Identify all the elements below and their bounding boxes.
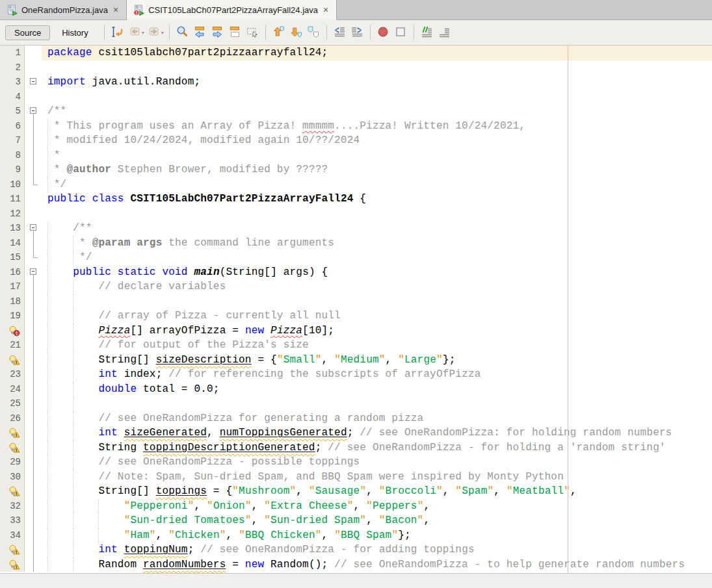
line-number-gutter[interactable] — [0, 543, 25, 557]
line-number-gutter[interactable]: 12 — [0, 207, 25, 222]
code-text[interactable]: "Sun-dried Tomatoes", "Sun-dried Spam", … — [42, 513, 712, 528]
code-fold-gutter[interactable] — [25, 309, 42, 324]
code-text[interactable]: * modified 10/24/2024, modified again 10… — [42, 133, 712, 148]
code-text[interactable] — [42, 90, 712, 105]
warning-hint-icon[interactable] — [8, 354, 20, 368]
fold-collapse-icon[interactable] — [30, 268, 36, 275]
code-line[interactable]: 8 * — [0, 148, 712, 163]
line-number-gutter[interactable]: 23 — [0, 367, 25, 382]
back-dropdown-caret[interactable]: ▾ — [142, 30, 144, 36]
code-text[interactable]: int sizeGenerated, numToppingsGenerated;… — [42, 426, 712, 441]
code-text[interactable] — [42, 60, 712, 75]
code-text[interactable]: Random randomNumbers = new Random(); // … — [42, 557, 712, 572]
code-fold-gutter[interactable] — [25, 221, 42, 236]
line-number-gutter[interactable] — [0, 557, 25, 572]
previous-bookmark-button[interactable] — [270, 24, 287, 41]
line-number-gutter[interactable]: 9 — [0, 162, 25, 177]
next-bookmark-button[interactable] — [287, 24, 305, 41]
code-fold-gutter[interactable] — [25, 133, 42, 148]
code-line[interactable]: 10 */ — [0, 177, 712, 192]
code-text[interactable]: // see OneRandomPizza for generating a r… — [42, 411, 712, 426]
line-number-gutter[interactable]: 7 — [0, 133, 25, 148]
code-fold-gutter[interactable] — [25, 367, 42, 382]
code-fold-gutter[interactable] — [25, 396, 42, 411]
code-fold-gutter[interactable] — [25, 75, 42, 90]
line-number-gutter[interactable]: 32 — [0, 499, 25, 514]
code-line[interactable]: 11public class CSIT105LabCh07Part2PizzaA… — [0, 192, 712, 207]
code-line[interactable]: 12 — [0, 207, 712, 222]
code-line[interactable]: 21 // for output of the Pizza's size — [0, 338, 712, 353]
code-line[interactable]: 2 — [0, 60, 712, 75]
code-fold-gutter[interactable] — [25, 119, 42, 134]
code-text[interactable] — [42, 396, 712, 411]
code-line[interactable]: 26 // see OneRandomPizza for generating … — [0, 411, 712, 426]
line-number-gutter[interactable]: 33 — [0, 513, 25, 528]
code-text[interactable] — [42, 207, 712, 222]
code-text[interactable]: String[] toppings = {"Mushroom", "Sausag… — [42, 484, 712, 499]
line-number-gutter[interactable] — [0, 441, 25, 455]
line-number-gutter[interactable]: 3 — [0, 75, 25, 90]
code-fold-gutter[interactable] — [25, 104, 42, 119]
warning-hint-icon[interactable] — [8, 485, 20, 500]
code-fold-gutter[interactable] — [25, 470, 42, 485]
code-fold-gutter[interactable] — [25, 294, 42, 309]
find-next-button[interactable] — [209, 24, 226, 41]
comment-button[interactable] — [418, 24, 436, 41]
code-line[interactable]: 24 double total = 0.0; — [0, 382, 712, 397]
code-line[interactable]: Random randomNumbers = new Random(); // … — [0, 557, 712, 572]
code-line[interactable]: 5/** — [0, 104, 712, 119]
back-button[interactable] — [126, 24, 144, 41]
code-fold-gutter[interactable] — [25, 45, 42, 60]
line-number-gutter[interactable]: 19 — [0, 309, 25, 324]
code-line[interactable]: 33 "Sun-dried Tomatoes", "Sun-dried Spam… — [0, 513, 712, 528]
close-tab-icon[interactable]: × — [112, 5, 120, 14]
code-fold-gutter[interactable] — [25, 236, 42, 251]
line-number-gutter[interactable]: 14 — [0, 236, 25, 251]
code-line[interactable]: 18 — [0, 294, 712, 309]
line-number-gutter[interactable]: 2 — [0, 60, 25, 75]
code-fold-gutter[interactable] — [25, 411, 42, 426]
code-line[interactable]: int sizeGenerated, numToppingsGenerated;… — [0, 426, 712, 441]
toggle-bookmark-button[interactable] — [305, 24, 323, 41]
code-text[interactable]: public static void main(String[] args) { — [42, 265, 712, 280]
fold-collapse-icon[interactable] — [30, 224, 36, 231]
code-line[interactable]: 25 — [0, 396, 712, 411]
code-line[interactable]: 14 * @param args the command line argume… — [0, 236, 712, 251]
code-fold-gutter[interactable] — [25, 250, 42, 265]
line-number-gutter[interactable]: 30 — [0, 470, 25, 485]
code-fold-gutter[interactable] — [25, 353, 42, 368]
source-view-button[interactable]: Source — [5, 25, 50, 40]
code-line[interactable]: String[] toppings = {"Mushroom", "Sausag… — [0, 484, 712, 499]
code-fold-gutter[interactable] — [25, 177, 42, 192]
code-text[interactable]: */ — [42, 250, 712, 265]
code-line[interactable]: 6 * This program uses an Array of Pizza!… — [0, 119, 712, 134]
code-fold-gutter[interactable] — [25, 324, 42, 339]
code-text[interactable]: int index; // for referencing the subscr… — [42, 367, 712, 382]
code-fold-gutter[interactable] — [25, 279, 42, 294]
warning-hint-icon[interactable] — [8, 442, 20, 456]
code-fold-gutter[interactable] — [25, 426, 42, 441]
line-number-gutter[interactable]: 26 — [0, 411, 25, 426]
line-number-gutter[interactable] — [0, 353, 25, 368]
code-line[interactable]: 16 public static void main(String[] args… — [0, 265, 712, 280]
fold-collapse-icon[interactable] — [30, 107, 36, 114]
line-number-gutter[interactable]: 25 — [0, 396, 25, 411]
code-fold-gutter[interactable] — [25, 162, 42, 177]
line-number-gutter[interactable]: 16 — [0, 265, 25, 280]
jump-last-edit-button[interactable] — [109, 24, 126, 41]
code-text[interactable]: */ — [42, 177, 712, 192]
line-number-gutter[interactable]: 6 — [0, 119, 25, 134]
code-text[interactable]: /** — [42, 221, 712, 236]
editor-tab[interactable]: CSIT105LabCh07Part2PizzaArrayFall24.java… — [127, 0, 337, 20]
toggle-highlight-search-button[interactable] — [226, 24, 244, 41]
code-line[interactable]: 29 // see OneRandomPizza - possible topp… — [0, 455, 712, 470]
code-line[interactable]: 4 — [0, 90, 712, 105]
code-text[interactable]: // Note: Spam, Sun-dried Spam, and BBQ S… — [42, 470, 712, 485]
code-line[interactable]: 30 // Note: Spam, Sun-dried Spam, and BB… — [0, 470, 712, 485]
line-number-gutter[interactable] — [0, 484, 25, 499]
code-line[interactable]: 17 // declare variables — [0, 279, 712, 294]
line-number-gutter[interactable]: 17 — [0, 279, 25, 294]
line-number-gutter[interactable]: 29 — [0, 455, 25, 470]
history-view-button[interactable]: History — [53, 25, 97, 40]
code-text[interactable]: // declare variables — [42, 279, 712, 294]
